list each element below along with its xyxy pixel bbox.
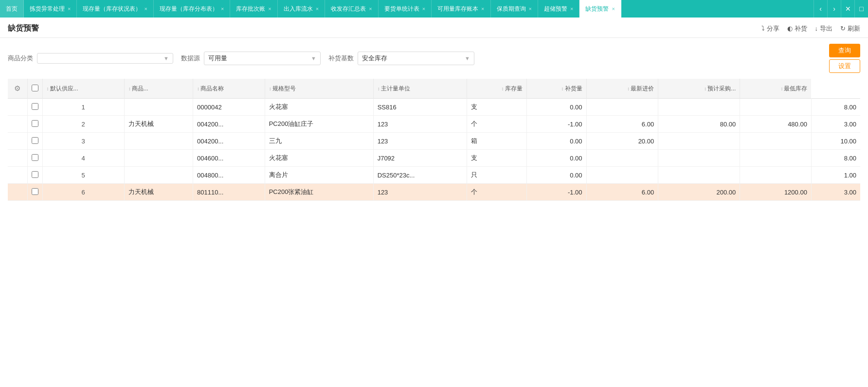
- td-replenish-0: [586, 99, 658, 116]
- tab-close-abnormal[interactable]: ×: [68, 6, 71, 12]
- tab-close-inout-flow[interactable]: ×: [316, 6, 319, 12]
- unit-sort-icon: ↕: [378, 86, 380, 91]
- category-filter-group: 商品分类 ▼: [8, 53, 173, 64]
- stock-sort-icon: ↕: [502, 86, 504, 91]
- page-header: 缺货预警 ⤵ 分享 ◐ 补货 ↓ 导出 ↻ 刷新: [0, 18, 868, 38]
- tab-close-inventory-status[interactable]: ×: [144, 6, 147, 12]
- td-goods-name-3: 火花塞: [265, 150, 373, 167]
- category-select[interactable]: ▼: [37, 53, 173, 64]
- td-spec-4: DS250*23c...: [373, 167, 467, 184]
- settings-button[interactable]: 设置: [829, 59, 860, 73]
- share-icon: ⤵: [761, 25, 765, 32]
- row-checkbox-4[interactable]: [32, 171, 38, 178]
- page-content: 缺货预警 ⤵ 分享 ◐ 补货 ↓ 导出 ↻ 刷新 商品分类: [0, 18, 868, 387]
- refresh-button[interactable]: ↻ 刷新: [840, 24, 860, 33]
- td-num-5: 6: [42, 184, 124, 201]
- td-latest-price-3: [658, 150, 740, 167]
- query-button[interactable]: 查询: [829, 44, 860, 57]
- replenish-base-label: 补货基数: [328, 54, 354, 63]
- min-stock-sort-icon: ↕: [780, 86, 783, 91]
- td-unit-5: 个: [467, 184, 526, 201]
- th-goods-code: ↕商品...: [124, 79, 193, 99]
- tab-overstock[interactable]: 超储预警×: [538, 0, 579, 18]
- table-container: ⚙ ↕默认供应... ↕商品... ↕商品名称 ↕规格型号 ↕主计量单位 ↕库存…: [0, 79, 868, 201]
- td-replenish-1: 6.00: [586, 116, 658, 133]
- td-row-settings-5: [8, 184, 27, 201]
- row-checkbox-3[interactable]: [32, 154, 38, 161]
- th-min-stock: ↕最低库存: [740, 79, 812, 99]
- table-row: 5004800...离合片DS250*23c...只0.001.00: [8, 167, 860, 184]
- tab-label-shortage: 缺货预警: [585, 5, 609, 13]
- replenish-base-filter-group: 补货基数 安全库存 ▼: [328, 52, 474, 65]
- tab-close-batch-account[interactable]: ×: [268, 6, 271, 12]
- tab-close-overstock[interactable]: ×: [570, 6, 573, 12]
- td-goods-code-0: 0000042: [193, 99, 265, 116]
- tab-close-expiry-query[interactable]: ×: [529, 6, 532, 12]
- tab-next-button[interactable]: ›: [827, 0, 841, 18]
- tab-close-shortage[interactable]: ×: [612, 6, 615, 12]
- tab-batch-account[interactable]: 库存批次账×: [230, 0, 277, 18]
- tab-demand-stats[interactable]: 要货单统计表×: [379, 0, 432, 18]
- replenish-base-dropdown-icon: ▼: [465, 55, 470, 61]
- th-unit: ↕主计量单位: [373, 79, 467, 99]
- td-est-purchase-0: [740, 99, 812, 116]
- td-goods-code-4: 004800...: [193, 167, 265, 184]
- tab-label-receive-summary: 收发存汇总表: [331, 5, 366, 13]
- share-button[interactable]: ⤵ 分享: [761, 24, 779, 33]
- td-unit-1: 个: [467, 116, 526, 133]
- select-all-checkbox[interactable]: [32, 85, 38, 91]
- table-header-row: ⚙ ↕默认供应... ↕商品... ↕商品名称 ↕规格型号 ↕主计量单位 ↕库存…: [8, 79, 860, 99]
- td-latest-price-1: 80.00: [658, 116, 740, 133]
- tab-available-ledger[interactable]: 可用量库存账本×: [432, 0, 490, 18]
- tab-inventory-status[interactable]: 现存量（库存状况表）×: [77, 0, 153, 18]
- tab-close-all-button[interactable]: ✕: [841, 0, 854, 18]
- tab-label-abnormal: 拣货异常处理: [30, 5, 65, 13]
- table-header: ⚙ ↕默认供应... ↕商品... ↕商品名称 ↕规格型号 ↕主计量单位 ↕库存…: [8, 79, 860, 99]
- datasource-filter-group: 数据源 可用量 ▼: [181, 52, 321, 65]
- td-est-purchase-1: 480.00: [740, 116, 812, 133]
- share-label: 分享: [767, 24, 779, 33]
- header-actions: ⤵ 分享 ◐ 补货 ↓ 导出 ↻ 刷新: [761, 24, 861, 33]
- td-spec-0: SS816: [373, 99, 467, 116]
- datasource-label: 数据源: [181, 54, 200, 63]
- replenish-icon: ◐: [787, 25, 793, 32]
- tab-close-demand-stats[interactable]: ×: [422, 6, 425, 12]
- replenish-button[interactable]: ◐ 补货: [787, 24, 807, 33]
- filter-bar: 商品分类 ▼ 数据源 可用量 ▼ 补货基数 安全库存 ▼ 查询 设置: [0, 38, 868, 79]
- table-row: 2力天机械004200...PC200油缸庄子123个-1.006.0080.0…: [8, 116, 860, 133]
- row-checkbox-0[interactable]: [32, 103, 38, 110]
- tab-receive-summary[interactable]: 收发存汇总表×: [325, 0, 378, 18]
- tab-home[interactable]: 首页: [0, 0, 24, 18]
- tab-maximize-button[interactable]: □: [854, 0, 868, 18]
- td-num-0: 1: [42, 99, 124, 116]
- td-goods-name-1: PC200油缸庄子: [265, 116, 373, 133]
- datasource-select[interactable]: 可用量 ▼: [204, 52, 321, 65]
- replenish-base-select[interactable]: 安全库存 ▼: [358, 52, 474, 65]
- td-checkbox-2: [27, 133, 42, 150]
- td-goods-name-2: 三九: [265, 133, 373, 150]
- latest-price-sort-icon: ↕: [627, 86, 630, 91]
- tab-close-inventory-dist[interactable]: ×: [221, 6, 224, 12]
- tab-expiry-query[interactable]: 保质期查询×: [491, 0, 538, 18]
- export-button[interactable]: ↓ 导出: [815, 24, 833, 33]
- tab-close-receive-summary[interactable]: ×: [369, 6, 372, 12]
- tab-inventory-dist[interactable]: 现存量（库存分布表）×: [154, 0, 230, 18]
- td-checkbox-4: [27, 167, 42, 184]
- td-latest-price-2: [658, 133, 740, 150]
- column-settings-icon[interactable]: ⚙: [12, 83, 23, 94]
- export-icon: ↓: [815, 25, 818, 32]
- row-checkbox-1[interactable]: [32, 120, 38, 127]
- row-checkbox-5[interactable]: [32, 188, 38, 195]
- tab-abnormal[interactable]: 拣货异常处理×: [24, 0, 77, 18]
- tab-close-available-ledger[interactable]: ×: [481, 6, 484, 12]
- row-checkbox-2[interactable]: [32, 137, 38, 144]
- td-supplier-1: 力天机械: [124, 116, 193, 133]
- th-checkbox: [27, 79, 42, 99]
- tab-label-demand-stats: 要货单统计表: [384, 5, 419, 13]
- tab-inout-flow[interactable]: 出入库流水×: [278, 0, 325, 18]
- td-min-stock-2: 10.00: [811, 133, 860, 150]
- table-row: 10000042火花塞SS816支0.008.00: [8, 99, 860, 116]
- td-goods-name-4: 离合片: [265, 167, 373, 184]
- tab-shortage[interactable]: 缺货预警×: [579, 0, 621, 18]
- tab-prev-button[interactable]: ‹: [814, 0, 827, 18]
